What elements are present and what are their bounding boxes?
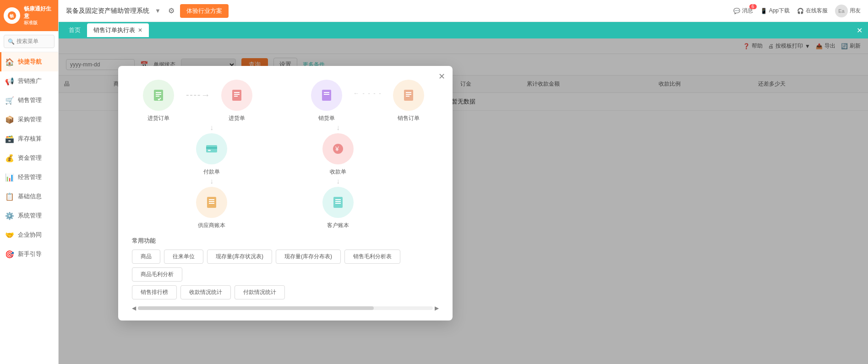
flow-node-receipt: ¥ 收款单 (322, 133, 354, 176)
purchase-order-label: 进货订单 (147, 114, 169, 122)
online-service-btn[interactable]: 🎧 在线客服 (797, 7, 828, 15)
modal-overlay: ✕ 进货订单 - - - - → (59, 38, 868, 364)
arrow-down-1: ↓ (210, 124, 213, 131)
arrow-down-col-2: ↓ ¥ 收款单 ↓ (311, 122, 365, 229)
sales-bill-label: 销货单 (318, 114, 335, 122)
flow-node-purchase-order: 进货订单 (143, 80, 174, 122)
sidebar-nav: 🏠 快捷导航 📢 营销推广 🛒 销售管理 📦 采购管理 🗃️ 库存核算 💰 (0, 52, 58, 364)
purchase-bill-circle[interactable] (221, 80, 252, 111)
flow-node-supplier: 供应商账本 (196, 187, 227, 229)
customer-circle[interactable] (322, 187, 354, 218)
message-icon: 💬 (733, 8, 740, 14)
func-btn-sales-margin[interactable]: 销售毛利分析表 (344, 250, 400, 264)
tab-close-icon[interactable]: ✕ (138, 27, 142, 33)
sidebar-item-finance[interactable]: 💰 资金管理 (0, 148, 58, 168)
payment-label: 付款单 (203, 168, 220, 176)
main-area: 装备及固定资产辅助管理系统 ▼ ⚙ 体验行业方案 💬 消息 6 📱 App下载 … (59, 0, 868, 364)
func-btn-receipt-stat[interactable]: 收款情况统计 (180, 285, 231, 299)
flow-node-sales-order: 销售订单 (393, 80, 424, 122)
sales-order-label: 销售订单 (398, 114, 420, 122)
arrow-down-3: ↓ (336, 124, 340, 131)
func-btn-sales-rank[interactable]: 销售排行榜 (132, 285, 177, 299)
basic-icon: 📋 (5, 192, 14, 201)
flow-node-payment: 付款单 (196, 133, 227, 176)
common-funcs: 常用功能 商品 往来单位 现存量(库存状况表) 现存量(库存分布表) 销售毛利分… (132, 237, 439, 299)
svg-rect-19 (208, 150, 211, 151)
svg-rect-18 (206, 147, 217, 149)
scroll-right-icon[interactable]: ▶ (435, 305, 439, 311)
sidebar-item-marketing[interactable]: 📢 营销推广 (0, 71, 58, 91)
spacer-1 (263, 80, 300, 90)
sales-bill-circle[interactable] (311, 80, 342, 111)
tab-bar-close-icon[interactable]: ✕ (855, 24, 864, 37)
receipt-label: 收款单 (330, 168, 346, 176)
svg-rect-26 (333, 197, 343, 208)
func-btn-stock-dist[interactable]: 现存量(库存分布表) (276, 250, 341, 264)
sidebar-item-quick-nav[interactable]: 🏠 快捷导航 (0, 52, 58, 71)
purchase-order-circle[interactable] (143, 80, 174, 111)
sidebar-item-operation[interactable]: 📊 经营管理 (0, 168, 58, 187)
newbie-icon: 🎯 (5, 250, 14, 259)
sidebar-item-enterprise[interactable]: 🤝 企业协同 (0, 225, 58, 244)
sidebar-item-basic[interactable]: 📋 基础信息 (0, 187, 58, 206)
purchase-icon: 📦 (5, 115, 14, 124)
sidebar-item-newbie[interactable]: 🎯 新手引导 (0, 244, 58, 264)
func-btns-row1: 商品 往来单位 现存量(库存状况表) 现存量(库存分布表) 销售毛利分析表 商品… (132, 250, 439, 282)
svg-rect-13 (404, 90, 413, 101)
search-menu-button[interactable]: 🔍 搜索菜单 (4, 35, 55, 48)
scroll-left-icon[interactable]: ◀ (132, 305, 136, 311)
message-btn[interactable]: 💬 消息 6 (733, 7, 753, 15)
content-area: ❓ 帮助 🖨 按模板打印 ▼ 📤 导出 🔄 (59, 38, 868, 364)
system-title: 装备及固定资产辅助管理系统 (66, 7, 149, 15)
experience-btn[interactable]: 体验行业方案 (180, 4, 229, 18)
svg-rect-20 (207, 197, 216, 208)
tab-home[interactable]: 首页 (62, 23, 87, 37)
svg-text:¥: ¥ (335, 145, 339, 152)
home-icon: 🏠 (5, 57, 14, 66)
user-info[interactable]: Ea 用友 (835, 5, 861, 17)
receipt-circle[interactable]: ¥ (322, 133, 354, 164)
sidebar-item-purchase[interactable]: 📦 采购管理 (0, 110, 58, 129)
modal-close-icon[interactable]: ✕ (438, 71, 445, 81)
arrow-down-2: ↓ (210, 178, 213, 185)
logo-text: 畅康通好生意 标准版 (24, 5, 55, 26)
sidebar-item-sales[interactable]: 🛒 销售管理 (0, 91, 58, 110)
func-btn-product-margin[interactable]: 商品毛利分析 (132, 267, 182, 282)
top-bar-right: 💬 消息 6 📱 App下载 🎧 在线客服 Ea 用友 (733, 5, 861, 17)
system-title-dropdown[interactable]: ▼ (155, 7, 161, 14)
download-icon: 📱 (760, 8, 767, 14)
message-badge: 6 (749, 4, 757, 9)
svg-rect-6 (232, 90, 241, 101)
headset-icon: 🎧 (797, 8, 804, 14)
modal-box: ✕ 进货订单 - - - - → (118, 66, 453, 321)
func-btn-partner[interactable]: 往来单位 (164, 250, 203, 264)
payment-circle[interactable] (196, 133, 227, 164)
gear-icon[interactable]: ⚙ (168, 6, 175, 15)
sales-icon: 🛒 (5, 96, 14, 105)
func-btn-payment-stat[interactable]: 付款情况统计 (235, 285, 285, 299)
finance-icon: 💰 (5, 153, 14, 163)
customer-label: 客户账本 (327, 222, 349, 229)
modal-scrollbar[interactable] (138, 306, 433, 310)
arrow-down-col-1: ↓ 付款单 ↓ (185, 122, 238, 229)
supplier-label: 供应商账本 (198, 222, 225, 229)
purchase-bill-label: 进货单 (229, 114, 245, 122)
func-btns-row2: 销售排行榜 收款情况统计 付款情况统计 (132, 285, 439, 299)
sidebar-item-system[interactable]: ⚙️ 系统管理 (0, 206, 58, 225)
inventory-icon: 🗃️ (5, 134, 14, 143)
sidebar: 畅 畅康通好生意 标准版 🔍 搜索菜单 🏠 快捷导航 📢 营销推广 � (0, 0, 59, 364)
app-download-btn[interactable]: 📱 App下载 (760, 7, 790, 15)
func-btn-stock-status[interactable]: 现存量(库存状况表) (207, 250, 272, 264)
enterprise-icon: 🤝 (5, 230, 14, 239)
supplier-circle[interactable] (196, 187, 227, 218)
logo-icon: 畅 (4, 7, 20, 24)
func-btn-product[interactable]: 商品 (132, 250, 160, 264)
sidebar-logo: 畅 畅康通好生意 标准版 (0, 0, 58, 31)
operation-icon: 📊 (5, 173, 14, 182)
sidebar-item-inventory[interactable]: 🗃️ 库存核算 (0, 129, 58, 148)
tab-sales-order[interactable]: 销售订单执行表 ✕ (87, 23, 149, 37)
search-icon: 🔍 (8, 38, 15, 45)
common-funcs-title: 常用功能 (132, 237, 439, 245)
tab-bar: 首页 销售订单执行表 ✕ ✕ (59, 22, 868, 38)
sales-order-circle[interactable] (393, 80, 424, 111)
